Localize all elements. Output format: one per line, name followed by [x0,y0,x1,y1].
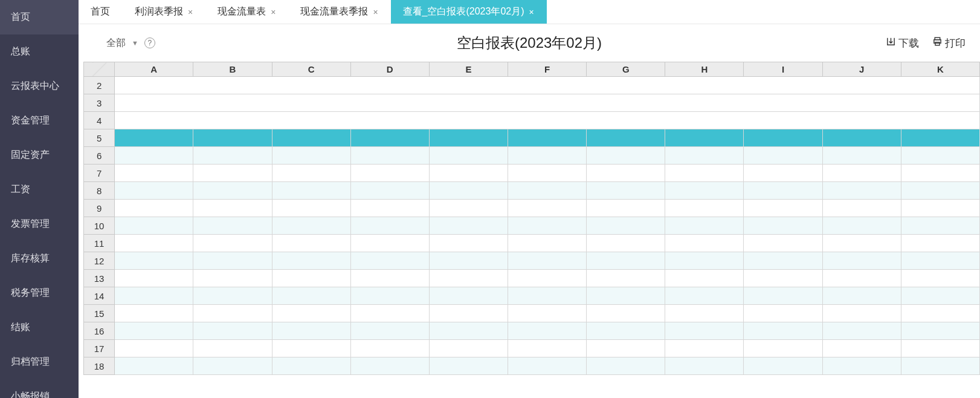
cell[interactable] [822,270,901,287]
cell[interactable] [350,217,429,235]
cell[interactable] [350,129,429,147]
sidebar-item-4[interactable]: 固定资产 [0,138,79,172]
cell[interactable] [508,305,586,322]
cell[interactable] [822,147,901,165]
cell[interactable] [350,340,429,357]
cell[interactable] [744,200,822,217]
column-header-G[interactable]: G [587,62,665,77]
cell[interactable] [508,235,586,252]
cell[interactable] [587,340,665,357]
cell[interactable] [429,287,508,305]
cell[interactable] [665,129,744,147]
column-header-I[interactable]: I [744,62,822,77]
cell[interactable] [193,252,272,270]
cell[interactable] [429,200,508,217]
cell[interactable] [429,235,508,252]
row-header-16[interactable]: 16 [84,322,115,340]
row-header-11[interactable]: 11 [84,235,115,252]
column-header-E[interactable]: E [429,62,508,77]
cell[interactable] [115,94,980,112]
cell[interactable] [901,252,979,270]
cell[interactable] [272,165,350,182]
cell[interactable] [193,340,272,357]
cell[interactable] [901,129,979,147]
cell[interactable] [193,270,272,287]
cell[interactable] [429,305,508,322]
cell[interactable] [508,182,586,200]
cell[interactable] [193,129,272,147]
row-header-17[interactable]: 17 [84,340,115,357]
cell[interactable] [350,322,429,340]
cell[interactable] [193,235,272,252]
row-header-7[interactable]: 7 [84,165,115,182]
cell[interactable] [665,165,744,182]
row-header-3[interactable]: 3 [84,94,115,112]
row-header-2[interactable]: 2 [84,77,115,94]
cell[interactable] [508,165,586,182]
cell[interactable] [744,235,822,252]
cell[interactable] [901,270,979,287]
cell[interactable] [508,129,586,147]
cell[interactable] [429,147,508,165]
tab-2[interactable]: 现金流量表× [205,0,288,24]
row-header-14[interactable]: 14 [84,287,115,305]
cell[interactable] [587,235,665,252]
cell[interactable] [744,322,822,340]
cell[interactable] [350,182,429,200]
sidebar-item-2[interactable]: 云报表中心 [0,69,79,103]
cell[interactable] [822,235,901,252]
cell[interactable] [193,200,272,217]
cell[interactable] [587,182,665,200]
cell[interactable] [115,340,193,357]
sidebar-item-5[interactable]: 工资 [0,172,79,207]
cell[interactable] [822,357,901,375]
cell[interactable] [193,165,272,182]
cell[interactable] [193,147,272,165]
row-header-18[interactable]: 18 [84,357,115,375]
column-header-J[interactable]: J [822,62,901,77]
cell[interactable] [350,357,429,375]
cell[interactable] [587,287,665,305]
row-header-9[interactable]: 9 [84,200,115,217]
column-header-B[interactable]: B [193,62,272,77]
cell[interactable] [822,182,901,200]
cell[interactable] [665,217,744,235]
cell[interactable] [665,147,744,165]
cell[interactable] [901,217,979,235]
cell[interactable] [115,112,980,129]
cell[interactable] [822,322,901,340]
filter-dropdown[interactable]: 全部 ▼ ? [93,37,155,50]
row-header-5[interactable]: 5 [84,129,115,147]
cell[interactable] [350,252,429,270]
close-icon[interactable]: × [529,7,534,17]
cell[interactable] [665,322,744,340]
cell[interactable] [587,270,665,287]
cell[interactable] [429,357,508,375]
cell[interactable] [744,357,822,375]
cell[interactable] [665,182,744,200]
cell[interactable] [115,200,193,217]
cell[interactable] [822,129,901,147]
row-header-8[interactable]: 8 [84,182,115,200]
cell[interactable] [822,287,901,305]
cell[interactable] [665,357,744,375]
column-header-K[interactable]: K [901,62,979,77]
cell[interactable] [822,217,901,235]
cell[interactable] [115,305,193,322]
sidebar-item-1[interactable]: 总账 [0,34,79,69]
cell[interactable] [822,252,901,270]
sidebar-item-10[interactable]: 归档管理 [0,345,79,379]
tab-1[interactable]: 利润表季报× [123,0,205,24]
cell[interactable] [587,217,665,235]
cell[interactable] [665,235,744,252]
cell[interactable] [901,287,979,305]
cell[interactable] [822,165,901,182]
cell[interactable] [429,217,508,235]
cell[interactable] [115,77,980,94]
cell[interactable] [744,270,822,287]
cell[interactable] [350,305,429,322]
cell[interactable] [901,340,979,357]
cell[interactable] [744,252,822,270]
cell[interactable] [115,182,193,200]
cell[interactable] [587,357,665,375]
